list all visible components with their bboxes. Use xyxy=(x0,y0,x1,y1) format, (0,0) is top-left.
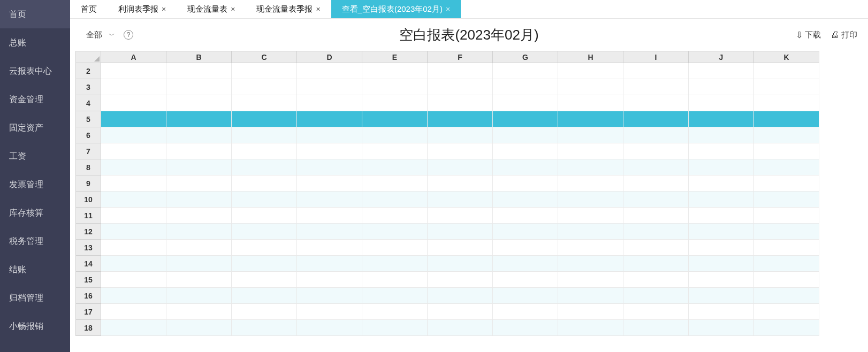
tab-2[interactable]: 现金流量表× xyxy=(177,0,246,18)
cell-F11[interactable] xyxy=(428,208,493,224)
cell-J14[interactable] xyxy=(689,256,754,272)
cell-F2[interactable] xyxy=(428,63,493,79)
cell-D13[interactable] xyxy=(297,240,362,256)
close-icon[interactable]: × xyxy=(446,5,450,13)
row-header-3[interactable]: 3 xyxy=(76,79,101,95)
column-header-C[interactable]: C xyxy=(232,51,297,63)
cell-B12[interactable] xyxy=(166,224,232,240)
cell-C4[interactable] xyxy=(232,95,297,111)
cell-D10[interactable] xyxy=(297,192,362,208)
cell-I10[interactable] xyxy=(623,192,689,208)
cell-D17[interactable] xyxy=(297,304,362,320)
cell-A17[interactable] xyxy=(101,304,166,320)
sidebar-item-2[interactable]: 云报表中心 xyxy=(0,57,70,85)
cell-H14[interactable] xyxy=(558,256,623,272)
column-header-E[interactable]: E xyxy=(362,51,428,63)
cell-G11[interactable] xyxy=(493,208,558,224)
help-icon[interactable]: ? xyxy=(124,30,133,40)
row-header-5[interactable]: 5 xyxy=(76,111,101,127)
cell-H2[interactable] xyxy=(558,63,623,79)
row-header-4[interactable]: 4 xyxy=(76,95,101,111)
cell-B13[interactable] xyxy=(166,240,232,256)
cell-F8[interactable] xyxy=(428,159,493,175)
cell-J10[interactable] xyxy=(689,192,754,208)
cell-A2[interactable] xyxy=(101,63,166,79)
cell-E15[interactable] xyxy=(362,272,428,288)
column-header-G[interactable]: G xyxy=(493,51,558,63)
cell-F7[interactable] xyxy=(428,143,493,159)
tab-0[interactable]: 首页 xyxy=(70,0,108,18)
cell-J9[interactable] xyxy=(689,175,754,192)
sidebar-item-5[interactable]: 工资 xyxy=(0,142,70,170)
cell-G12[interactable] xyxy=(493,224,558,240)
cell-A3[interactable] xyxy=(101,79,166,95)
cell-E3[interactable] xyxy=(362,79,428,95)
column-header-B[interactable]: B xyxy=(166,51,232,63)
cell-E9[interactable] xyxy=(362,175,428,192)
close-icon[interactable]: × xyxy=(231,5,235,13)
cell-B7[interactable] xyxy=(166,143,232,159)
cell-G5[interactable] xyxy=(493,111,558,127)
cell-E10[interactable] xyxy=(362,192,428,208)
cell-K17[interactable] xyxy=(754,304,819,320)
cell-J2[interactable] xyxy=(689,63,754,79)
cell-H10[interactable] xyxy=(558,192,623,208)
cell-I15[interactable] xyxy=(623,272,689,288)
sidebar-item-6[interactable]: 发票管理 xyxy=(0,170,70,198)
sidebar-item-7[interactable]: 库存核算 xyxy=(0,198,70,227)
sidebar-item-0[interactable]: 首页 xyxy=(0,0,70,28)
print-button[interactable]: 🖨 打印 xyxy=(831,30,857,40)
cell-I18[interactable] xyxy=(623,320,689,336)
cell-A13[interactable] xyxy=(101,240,166,256)
row-header-9[interactable]: 9 xyxy=(76,175,101,192)
cell-D16[interactable] xyxy=(297,288,362,304)
cell-A8[interactable] xyxy=(101,159,166,175)
cell-E14[interactable] xyxy=(362,256,428,272)
download-button[interactable]: ⇩ 下载 xyxy=(796,30,821,40)
row-header-14[interactable]: 14 xyxy=(76,256,101,272)
sidebar-item-11[interactable]: 小畅报销 xyxy=(0,312,70,340)
cell-I16[interactable] xyxy=(623,288,689,304)
row-header-7[interactable]: 7 xyxy=(76,143,101,159)
cell-C12[interactable] xyxy=(232,224,297,240)
cell-A10[interactable] xyxy=(101,192,166,208)
cell-D12[interactable] xyxy=(297,224,362,240)
cell-C2[interactable] xyxy=(232,63,297,79)
cell-G15[interactable] xyxy=(493,272,558,288)
cell-C5[interactable] xyxy=(232,111,297,127)
cell-E4[interactable] xyxy=(362,95,428,111)
cell-G17[interactable] xyxy=(493,304,558,320)
cell-D3[interactable] xyxy=(297,79,362,95)
cell-J15[interactable] xyxy=(689,272,754,288)
cell-D14[interactable] xyxy=(297,256,362,272)
cell-C16[interactable] xyxy=(232,288,297,304)
cell-H17[interactable] xyxy=(558,304,623,320)
cell-J4[interactable] xyxy=(689,95,754,111)
cell-K5[interactable] xyxy=(754,111,819,127)
cell-F10[interactable] xyxy=(428,192,493,208)
filter-dropdown[interactable]: 全部 ﹀ xyxy=(86,30,115,40)
cell-A16[interactable] xyxy=(101,288,166,304)
sidebar-item-1[interactable]: 总账 xyxy=(0,28,70,57)
cell-G13[interactable] xyxy=(493,240,558,256)
row-header-18[interactable]: 18 xyxy=(76,320,101,336)
cell-E16[interactable] xyxy=(362,288,428,304)
cell-H9[interactable] xyxy=(558,175,623,192)
column-header-J[interactable]: J xyxy=(689,51,754,63)
cell-I8[interactable] xyxy=(623,159,689,175)
cell-A4[interactable] xyxy=(101,95,166,111)
cell-D7[interactable] xyxy=(297,143,362,159)
cell-C17[interactable] xyxy=(232,304,297,320)
cell-J5[interactable] xyxy=(689,111,754,127)
cell-F13[interactable] xyxy=(428,240,493,256)
cell-C18[interactable] xyxy=(232,320,297,336)
cell-C9[interactable] xyxy=(232,175,297,192)
cell-B3[interactable] xyxy=(166,79,232,95)
cell-K2[interactable] xyxy=(754,63,819,79)
cell-G18[interactable] xyxy=(493,320,558,336)
cell-J18[interactable] xyxy=(689,320,754,336)
cell-B5[interactable] xyxy=(166,111,232,127)
cell-C10[interactable] xyxy=(232,192,297,208)
cell-B18[interactable] xyxy=(166,320,232,336)
tab-1[interactable]: 利润表季报× xyxy=(108,0,177,18)
